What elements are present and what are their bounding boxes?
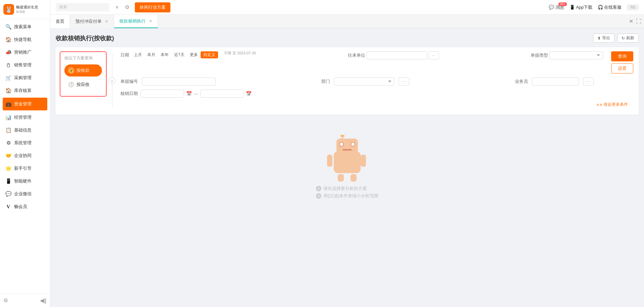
app-download-icon: 📱 bbox=[570, 5, 575, 10]
date-tab-more[interactable]: 更多 bbox=[187, 51, 201, 58]
tab-prepay-close[interactable]: ✕ bbox=[105, 19, 108, 24]
sidebar-item-label: 搜索菜单 bbox=[14, 24, 32, 30]
robot-eye-right bbox=[351, 143, 355, 146]
dept-ellipsis-btn[interactable]: ··· bbox=[398, 78, 409, 86]
bill-type-select[interactable] bbox=[549, 51, 603, 59]
verify-date-start-calendar-icon[interactable]: 📅 bbox=[186, 91, 192, 96]
verify-date-end-calendar-icon[interactable]: 📅 bbox=[246, 91, 252, 96]
main-area: 搜索 ▼ ⚙ 休闲行业方案 💬 消息 99+ 📱 App下载 🎧 在线客服 Ri… bbox=[50, 0, 644, 307]
tab-home[interactable]: 首页 bbox=[50, 15, 70, 28]
sidebar-item-member[interactable]: V 畅会员 bbox=[0, 200, 50, 213]
sidebar-logo: 🐰 畅捷通好生意 标准版 bbox=[0, 0, 50, 19]
tab-receipt-close[interactable]: ✕ bbox=[149, 19, 152, 23]
sidebar-item-marketing[interactable]: 📣 营销推广 bbox=[0, 46, 50, 59]
sidebar-nav: 🔍 搜索菜单 🏠 快捷导航 📣 营销推广 🗒 销售管理 🛒 采购管理 🏠 库存核… bbox=[0, 19, 50, 294]
collapse-sidebar-icon[interactable]: ◀‖ bbox=[40, 297, 47, 304]
sidebar-item-operation[interactable]: 📊 经营管理 bbox=[0, 111, 50, 124]
dept-label: 部门 bbox=[321, 79, 330, 85]
collapse-more-btn[interactable]: ∧∧ 收起更多条件 bbox=[591, 100, 633, 110]
sidebar-item-label: 经营管理 bbox=[14, 114, 32, 120]
sales-icon: 🗒 bbox=[5, 62, 11, 68]
sidebar-item-label: 企业微信 bbox=[14, 191, 32, 197]
robot-arm-left bbox=[327, 155, 332, 167]
page-title-row: 收款核销执行(按收款) ⬆ 导出 ↻ 刷新 bbox=[56, 34, 639, 43]
tab-close-icon[interactable]: ✕ bbox=[629, 18, 633, 24]
guide-icon: 🌟 bbox=[5, 165, 11, 171]
bill-num-input[interactable] bbox=[142, 78, 216, 86]
date-tabs: 上月 本月 本年 近7天 更多 自定义 bbox=[131, 51, 218, 58]
sidebar-item-purchase[interactable]: 🛒 采购管理 bbox=[0, 71, 50, 84]
topbar-search-box: 搜索 bbox=[56, 3, 109, 11]
verify-date-start-input[interactable]: 2023-03-01 bbox=[141, 90, 184, 98]
page-actions: ⬆ 导出 ↻ 刷新 bbox=[593, 34, 639, 43]
date-tab-7days[interactable]: 近7天 bbox=[171, 51, 187, 58]
query-button[interactable]: 查询 bbox=[611, 51, 633, 61]
verify-date-end-input[interactable]: 2023-07-21 bbox=[200, 90, 244, 98]
online-service-link[interactable]: 🎧 在线客服 bbox=[598, 4, 622, 10]
topbar-gear-icon[interactable]: ⚙ bbox=[125, 4, 129, 10]
topbar-dropdown-icon[interactable]: ▼ bbox=[115, 5, 119, 10]
date-tab-lastmonth[interactable]: 上月 bbox=[131, 51, 145, 58]
filter-option-by-receivable[interactable]: 🕐 按应收 bbox=[64, 79, 102, 91]
message-count: 99+ bbox=[558, 2, 567, 6]
content-area: 收款核销执行(按收款) ⬆ 导出 ↻ 刷新 按以下方案查询 💰 bbox=[50, 28, 644, 307]
verify-date-range: 2023-03-01 📅 — 2023-07-21 📅 bbox=[141, 90, 252, 98]
date-tab-thisyear[interactable]: 本年 bbox=[158, 51, 171, 58]
empty-tip-2: ② 用[过滤]条件来缩小分析范围 bbox=[316, 193, 378, 199]
sidebar-item-label: 库存核算 bbox=[14, 88, 32, 94]
sidebar-item-guide[interactable]: 🌟 新手引导 bbox=[0, 162, 50, 175]
staff-input[interactable] bbox=[532, 78, 579, 86]
sidebar-item-sales[interactable]: 🗒 销售管理 bbox=[0, 59, 50, 71]
sidebar-item-label: 畅会员 bbox=[14, 204, 27, 210]
dept-select[interactable] bbox=[334, 78, 394, 86]
headset-icon: 🎧 bbox=[598, 5, 603, 10]
tab-prepay-label: 预付冲应付单 bbox=[75, 18, 102, 24]
finance-icon: 💼 bbox=[5, 101, 11, 107]
sidebar-item-system[interactable]: ⚙ 系统管理 bbox=[0, 137, 50, 149]
receipt-option-label: 按收款 bbox=[76, 67, 90, 73]
sidebar-item-inventory[interactable]: 🏠 库存核算 bbox=[0, 84, 50, 97]
robot-head bbox=[336, 139, 358, 153]
date-tab-custom[interactable]: 自定义 bbox=[201, 51, 218, 58]
sidebar-item-quicknav[interactable]: 🏠 快捷导航 bbox=[0, 33, 50, 46]
inventory-icon: 🏠 bbox=[5, 88, 11, 94]
app-download-link[interactable]: 📱 App下载 bbox=[570, 4, 592, 10]
home-icon: 🏠 bbox=[5, 37, 11, 43]
staff-ellipsis-btn[interactable]: ··· bbox=[583, 78, 594, 86]
sidebar-item-label: 营销推广 bbox=[14, 49, 32, 55]
sidebar-item-search[interactable]: 🔍 搜索菜单 bbox=[0, 20, 50, 33]
bill-type-label: 单据类型 bbox=[531, 52, 548, 58]
receivable-option-icon: 🕐 bbox=[68, 81, 74, 88]
user-info: Rit bbox=[627, 4, 639, 10]
sidebar-item-finance[interactable]: 💼 资金管理 bbox=[3, 98, 47, 110]
export-button[interactable]: ⬆ 导出 bbox=[593, 34, 614, 43]
tab-home-label: 首页 bbox=[56, 18, 64, 24]
refresh-button[interactable]: ↻ 刷新 bbox=[617, 34, 639, 43]
solution-button[interactable]: 休闲行业方案 bbox=[135, 2, 170, 12]
tab-receipt[interactable]: 收款核销执行 ✕ bbox=[114, 15, 158, 28]
filter-option-by-receipt[interactable]: 💰 按收款 bbox=[64, 64, 102, 76]
empty-illustration bbox=[324, 135, 371, 182]
date-tab-thismonth[interactable]: 本月 bbox=[145, 51, 158, 58]
basicinfo-icon: 📋 bbox=[5, 127, 11, 133]
sidebar-item-basicinfo[interactable]: 📋 基础信息 bbox=[0, 124, 50, 137]
counterpart-ellipsis-btn[interactable]: ··· bbox=[428, 51, 439, 59]
tab-expand-icon[interactable]: ⛶ bbox=[636, 18, 641, 24]
collapse-up-icon: ∧∧ bbox=[596, 102, 602, 107]
tab-receipt-label: 收款核销执行 bbox=[119, 18, 146, 24]
sidebar-item-collab[interactable]: 🤝 企业协同 bbox=[0, 149, 50, 162]
counterpart-input[interactable] bbox=[367, 51, 427, 59]
robot-mouth bbox=[342, 149, 352, 151]
sidebar-bottom: ⚙ ◀‖ bbox=[0, 294, 50, 307]
filter-form: 日期 上月 本月 本年 近7天 更多 自定义 不限 至 2023-07-26 bbox=[114, 47, 639, 114]
message-badge[interactable]: 💬 消息 99+ bbox=[549, 4, 564, 10]
settings-bottom-icon[interactable]: ⚙ bbox=[3, 297, 8, 304]
sidebar-item-wechat[interactable]: 💬 企业微信 bbox=[0, 188, 50, 200]
sidebar-item-hardware[interactable]: 📱 智能硬件 bbox=[0, 175, 50, 188]
settings-button[interactable]: 设置 bbox=[611, 63, 633, 73]
tab-prepay[interactable]: 预付冲应付单 ✕ bbox=[70, 15, 114, 28]
collapse-panel-button[interactable]: « bbox=[109, 78, 115, 84]
topbar: 搜索 ▼ ⚙ 休闲行业方案 💬 消息 99+ 📱 App下载 🎧 在线客服 Ri… bbox=[50, 0, 644, 15]
date-label: 日期 bbox=[120, 52, 129, 58]
robot-arm-right bbox=[361, 155, 366, 167]
